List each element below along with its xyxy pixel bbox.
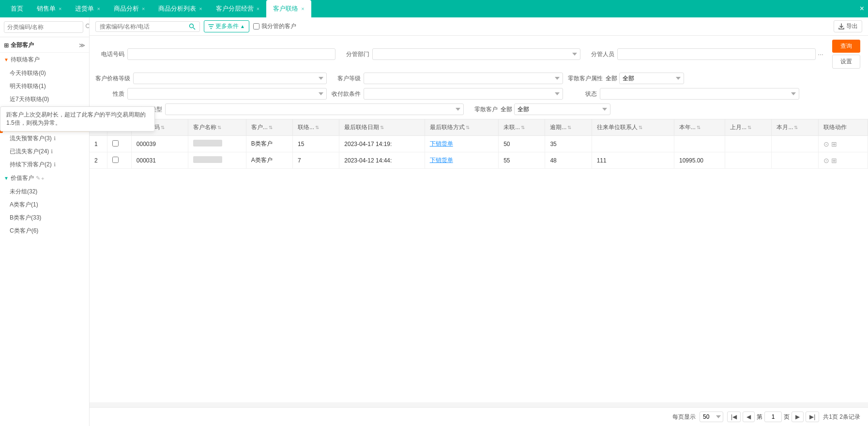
cell-date-1: 2023-04-17 14:19:	[339, 136, 425, 152]
page-number-input[interactable]	[764, 411, 782, 422]
contact-method-link-2[interactable]: 下销货单	[430, 157, 453, 163]
sidebar-search-button[interactable]	[83, 23, 90, 31]
sidebar-item-type-c[interactable]: C类客户(6)	[0, 224, 89, 237]
status-select[interactable]	[600, 88, 799, 100]
table-col-name: 客户名称 ⇅	[188, 119, 246, 136]
sort-date-icon[interactable]: ⇅	[380, 125, 384, 130]
filter-bar: 更多条件 ▲ 我分管的客户 导出	[90, 17, 868, 36]
sort-last-month-icon[interactable]: ⇅	[747, 125, 751, 130]
manager-dots-btn[interactable]: ···	[816, 50, 825, 58]
nav-product-analysis[interactable]: 商品分析 ×	[107, 0, 152, 17]
more-conditions-btn[interactable]: 更多条件 ▲	[204, 20, 249, 32]
close-purchase-tab[interactable]: ×	[97, 6, 100, 12]
nav-home[interactable]: 首页	[4, 0, 30, 17]
manager-input[interactable]	[617, 48, 816, 60]
customer-level-select[interactable]	[364, 73, 563, 84]
nav-sales[interactable]: 销售单 ×	[30, 0, 68, 17]
sort-person-icon[interactable]: ⇅	[639, 125, 642, 130]
cell-checkbox-2[interactable]	[107, 152, 131, 169]
arrow-down-icon: ▼	[4, 57, 9, 62]
contact-method-link-1[interactable]: 下销货单	[430, 140, 453, 147]
sort-this-month-icon[interactable]: ⇅	[794, 125, 798, 130]
sort-type-icon[interactable]: ⇅	[269, 125, 273, 130]
close-product-analysis-tab[interactable]: ×	[142, 6, 145, 12]
nav-product-list[interactable]: 商品分析列表 ×	[152, 0, 209, 17]
sidebar-item-ungrouped[interactable]: 未分组(32)	[0, 185, 89, 198]
cell-method-1[interactable]: 下销货单	[425, 136, 499, 152]
phone-input[interactable]	[127, 48, 335, 60]
cell-method-2[interactable]: 下销货单	[425, 152, 499, 169]
close-all-tabs[interactable]: ×	[860, 4, 864, 13]
close-customer-tier-tab[interactable]: ×	[257, 6, 259, 12]
settings-button[interactable]: 设置	[832, 55, 860, 69]
top-nav: 首页 销售单 × 进货单 × 商品分析 × 商品分析列表 × 客户分层经营 × …	[0, 0, 868, 17]
sidebar-item-churn-warning[interactable]: 流失预警客户(3) ℹ	[0, 132, 89, 145]
sidebar-item-churned[interactable]: 已流失客户(24) ℹ	[0, 145, 89, 158]
row2-checkbox[interactable]	[112, 157, 119, 163]
sort-year-icon[interactable]: ⇅	[697, 125, 700, 130]
cell-this-month-2	[772, 152, 818, 169]
filter-cell-dept: 分管部门	[340, 48, 580, 60]
nav-purchase[interactable]: 进货单 ×	[68, 0, 107, 17]
close-sales-tab[interactable]: ×	[59, 6, 61, 12]
page-last-btn[interactable]: ▶|	[806, 411, 819, 422]
total-records-label: 共1页 2条记录	[823, 413, 860, 421]
sidebar-item-type-b[interactable]: B类客户(33)	[0, 211, 89, 224]
edit-icon[interactable]: ✎	[36, 175, 40, 181]
cell-checkbox-1[interactable]	[107, 136, 131, 152]
cell-contact-2: 7	[293, 152, 339, 169]
my-customers-checkbox-label[interactable]: 我分管的客户	[253, 22, 296, 30]
sidebar-group-value[interactable]: ▼ 价值客户 ✎ +	[0, 171, 89, 185]
grid-action-icon-2[interactable]: ⊞	[831, 157, 837, 164]
sort-name-icon[interactable]: ⇅	[217, 125, 221, 130]
sort-overdue-icon[interactable]: ⇅	[567, 125, 571, 130]
sort-method-icon[interactable]: ⇅	[466, 125, 470, 130]
sidebar-item-tomorrow[interactable]: 明天待联络(1)	[0, 80, 89, 93]
retail-customer-select[interactable]: 全部	[514, 103, 610, 115]
nav-customer-tier[interactable]: 客户分层经营 ×	[209, 0, 266, 17]
page-size-select[interactable]: 50 100 200	[700, 411, 723, 422]
nature-label: 性质	[95, 90, 124, 98]
sidebar-collapse-btn[interactable]: ≫	[79, 42, 85, 49]
table-col-this-month: 本月... ⇅	[772, 119, 818, 136]
close-product-list-tab[interactable]: ×	[199, 6, 202, 12]
sidebar-item-7days[interactable]: 近7天待联络(0)	[0, 93, 89, 106]
customer-type-select[interactable]	[165, 103, 464, 115]
price-level-select[interactable]	[133, 73, 327, 84]
dept-select[interactable]	[372, 48, 580, 60]
sort-unread-icon[interactable]: ⇅	[521, 125, 525, 130]
table-col-last-method: 最后联络方式 ⇅	[425, 119, 499, 136]
payment-select[interactable]	[364, 88, 563, 100]
svg-point-0	[86, 24, 90, 28]
my-customers-checkbox[interactable]	[253, 23, 259, 29]
close-customer-contact-tab[interactable]: ×	[301, 6, 304, 12]
sort-code-icon[interactable]: ⇅	[161, 125, 165, 130]
sidebar-search-input[interactable]	[4, 21, 83, 33]
sidebar-item-today[interactable]: 今天待联络(0)	[0, 67, 89, 80]
main-search-input[interactable]	[100, 23, 187, 30]
retail-attr-select[interactable]: 全部	[619, 73, 684, 84]
horizontal-scrollbar[interactable]	[90, 402, 868, 407]
table-area: ⚙ 客户编码 ⇅ 客户名称	[90, 119, 868, 402]
add-icon[interactable]: +	[41, 176, 44, 181]
link-action-icon-2[interactable]: ⊙	[823, 157, 829, 164]
query-button[interactable]: 查询	[832, 40, 860, 53]
filter-cell-retail-attr: 零散客户属性 全部 全部	[568, 73, 799, 84]
sort-contact-icon[interactable]: ⇅	[315, 125, 319, 130]
nature-select[interactable]	[127, 88, 327, 100]
nav-customer-contact[interactable]: 客户联络 ×	[266, 0, 311, 17]
sidebar-item-declining[interactable]: 持续下滑客户(2) ℹ	[0, 158, 89, 171]
link-action-icon-1[interactable]: ⊙	[823, 140, 829, 148]
page-first-btn[interactable]: |◀	[727, 411, 741, 422]
table-col-contact: 联络... ⇅	[293, 119, 339, 136]
page-prev-btn[interactable]: ◀	[743, 411, 755, 422]
page-suffix: 页	[784, 413, 790, 421]
page-next-btn[interactable]: ▶	[792, 411, 804, 422]
filter-cell-customer-type: 客户类型	[133, 103, 464, 115]
export-button[interactable]: 导出	[834, 20, 862, 32]
sidebar-item-type-a[interactable]: A类客户(1)	[0, 198, 89, 211]
row1-checkbox[interactable]	[112, 140, 119, 147]
content-area: 更多条件 ▲ 我分管的客户 导出 电话号码	[90, 17, 868, 426]
grid-action-icon-1[interactable]: ⊞	[831, 140, 837, 148]
sidebar-group-pending[interactable]: ▼ 待联络客户	[0, 53, 89, 67]
